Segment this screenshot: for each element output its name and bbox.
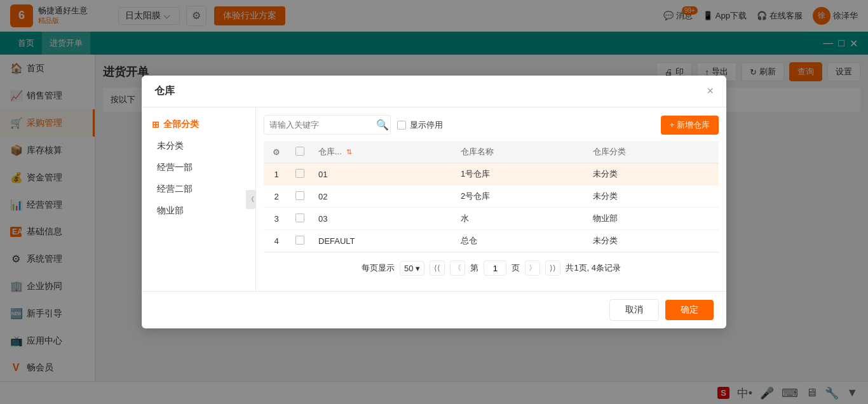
modal-footer: 取消 确定: [142, 291, 726, 328]
category-all-label: 全部分类: [163, 119, 199, 130]
row-num: 4: [264, 230, 289, 252]
row-name: 水: [454, 208, 587, 230]
table-row[interactable]: 3 03 水 物业部: [264, 208, 719, 230]
row-name: 1号仓库: [454, 163, 587, 185]
collapse-panel-btn[interactable]: 《: [246, 190, 256, 209]
col-name[interactable]: 仓库名称: [454, 141, 587, 163]
last-page-btn[interactable]: ⟩⟩: [545, 260, 560, 276]
row-category: 未分类: [587, 163, 719, 185]
row-checkbox[interactable]: [295, 213, 304, 222]
row-category: 物业部: [587, 208, 719, 230]
col-code-label: 仓库...: [318, 147, 342, 156]
warehouse-toolbar: 🔍 显示停用 + 新增仓库: [264, 115, 719, 135]
search-input-wrap: 🔍: [264, 115, 391, 135]
warehouse-table: ⚙ 仓库... ⇅ 仓库名称: [264, 141, 719, 252]
per-page-label: 每页显示: [362, 262, 395, 274]
modal-overlay: 仓库 × ⊞ 全部分类 未分类 经营一部 经营二部 物业部 《: [0, 0, 868, 404]
prev-page-btn[interactable]: 〈: [450, 260, 465, 276]
table-head: ⚙ 仓库... ⇅ 仓库名称: [264, 141, 719, 163]
col-settings: ⚙: [264, 141, 289, 163]
confirm-button[interactable]: 确定: [665, 300, 714, 320]
row-checkbox[interactable]: [295, 236, 304, 245]
table-row[interactable]: 4 DEFAULT 总仓 未分类: [264, 230, 719, 252]
show-disabled-wrap: 显示停用: [397, 119, 443, 131]
col-category-label: 仓库分类: [593, 147, 626, 156]
show-disabled-checkbox[interactable]: [397, 121, 406, 130]
category-all[interactable]: ⊞ 全部分类: [142, 114, 255, 135]
add-warehouse-button[interactable]: + 新增仓库: [661, 116, 719, 135]
total-info: 共1页, 4条记录: [566, 262, 621, 274]
warehouse-modal: 仓库 × ⊞ 全部分类 未分类 经营一部 经营二部 物业部 《: [142, 76, 726, 328]
table-row[interactable]: 2 02 2号仓库 未分类: [264, 185, 719, 208]
row-code: 02: [312, 185, 454, 208]
table-row[interactable]: 1 01 1号仓库 未分类: [264, 163, 719, 185]
modal-header: 仓库 ×: [142, 76, 726, 107]
row-code: 03: [312, 208, 454, 230]
row-category: 未分类: [587, 230, 719, 252]
category-panel: ⊞ 全部分类 未分类 经营一部 经营二部 物业部 《: [142, 107, 256, 291]
table-body: 1 01 1号仓库 未分类 2 02 2号仓库: [264, 163, 719, 252]
warehouse-table-wrap: ⚙ 仓库... ⇅ 仓库名称: [264, 141, 719, 252]
page-number-input[interactable]: [484, 260, 506, 276]
row-num: 2: [264, 185, 289, 208]
chevron-down-icon: ▾: [416, 264, 420, 273]
search-input[interactable]: [269, 120, 376, 130]
row-num: 3: [264, 208, 289, 230]
row-checkbox[interactable]: [295, 191, 304, 200]
row-num: 1: [264, 163, 289, 185]
row-name: 2号仓库: [454, 185, 587, 208]
search-icon[interactable]: 🔍: [376, 119, 389, 131]
sort-code-icon: ⇅: [346, 148, 352, 156]
col-category[interactable]: 仓库分类: [587, 141, 719, 163]
modal-close-icon[interactable]: ×: [707, 84, 714, 98]
col-code[interactable]: 仓库... ⇅: [312, 141, 454, 163]
per-page-select[interactable]: 50 ▾: [400, 261, 424, 276]
pagination-bar: 每页显示 50 ▾ ⟨⟨ 〈 第 页 〉 ⟩⟩ 共1页, 4条记录: [264, 252, 719, 283]
row-checkbox[interactable]: [295, 169, 304, 178]
grid-icon: ⊞: [152, 119, 159, 130]
warehouse-panel: 🔍 显示停用 + 新增仓库 ⚙: [256, 107, 726, 291]
row-code: 01: [312, 163, 454, 185]
category-item-dept2[interactable]: 经营二部: [142, 178, 255, 200]
modal-title: 仓库: [154, 84, 175, 98]
category-item-unclassified[interactable]: 未分类: [142, 135, 255, 157]
cancel-button[interactable]: 取消: [609, 299, 659, 321]
select-all-checkbox[interactable]: [295, 147, 304, 156]
page-label: 第: [470, 262, 478, 274]
first-page-btn[interactable]: ⟨⟨: [430, 260, 445, 276]
show-disabled-label: 显示停用: [410, 119, 443, 131]
next-page-btn[interactable]: 〉: [525, 260, 540, 276]
row-code: DEFAULT: [312, 230, 454, 252]
category-item-property[interactable]: 物业部: [142, 200, 255, 222]
category-item-dept1[interactable]: 经营一部: [142, 157, 255, 178]
col-checkbox: [289, 141, 312, 163]
row-category: 未分类: [587, 185, 719, 208]
row-name: 总仓: [454, 230, 587, 252]
col-name-label: 仓库名称: [461, 147, 494, 156]
modal-body: ⊞ 全部分类 未分类 经营一部 经营二部 物业部 《 🔍: [142, 107, 726, 291]
page-suffix: 页: [512, 262, 520, 274]
